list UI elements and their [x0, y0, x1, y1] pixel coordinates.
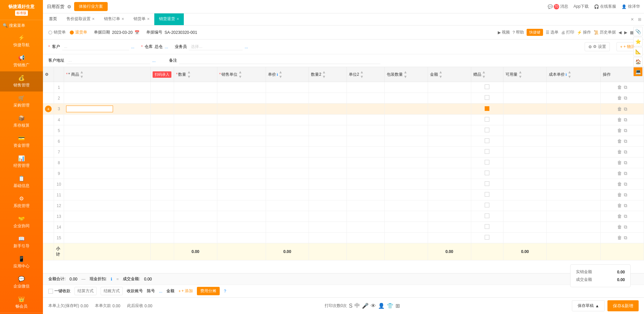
row-cost-price[interactable] [546, 168, 600, 179]
row-amount[interactable] [428, 147, 471, 158]
gift-checkbox[interactable] [485, 213, 489, 218]
copy-row-btn[interactable]: ⧉ [624, 95, 627, 101]
delete-row-btn[interactable]: 🗑 [617, 171, 622, 176]
gift-checkbox[interactable] [485, 149, 489, 154]
row-unit2[interactable] [347, 158, 385, 168]
row-gear[interactable]: + [43, 104, 54, 115]
col-price-info-icon[interactable]: ℹ [277, 73, 278, 76]
delete-row-btn[interactable]: 🗑 [617, 181, 622, 187]
col-cost-info-icon[interactable]: ℹ [566, 73, 567, 76]
table-row[interactable]: 7🗑⧉ [43, 147, 644, 158]
row-gift[interactable] [471, 82, 503, 93]
row-product[interactable] [64, 104, 151, 115]
fee-help-icon[interactable]: ? [224, 289, 226, 294]
row-price[interactable] [266, 158, 309, 168]
row-unit[interactable] [217, 147, 266, 158]
row-qty2[interactable] [309, 104, 347, 115]
row-gift[interactable] [471, 158, 503, 168]
calc-method-btn[interactable]: 结算方式 [74, 287, 97, 295]
row-product[interactable] [64, 125, 151, 136]
row-pkg-qty[interactable] [384, 222, 428, 233]
row-available[interactable] [503, 115, 547, 125]
table-row[interactable]: 8🗑⧉ [43, 158, 644, 168]
delete-row-btn[interactable]: 🗑 [617, 149, 622, 155]
delete-row-btn[interactable]: 🗑 [617, 128, 622, 133]
row-pkg-qty[interactable] [384, 158, 428, 168]
row-available[interactable] [503, 104, 547, 115]
row-cost-price[interactable] [546, 82, 600, 93]
customer-more-btn[interactable]: ... [131, 45, 135, 49]
row-price[interactable] [266, 211, 309, 222]
add-fee-btn[interactable]: + + 添加 [178, 288, 193, 294]
row-price[interactable] [266, 190, 309, 200]
right-panel-btn-3[interactable]: 📐 [633, 47, 643, 56]
sidebar-item-enterprise[interactable]: 🤝 企业协同 [0, 212, 43, 232]
row-unit[interactable] [217, 136, 266, 147]
row-available[interactable] [503, 82, 547, 93]
copy-row-btn[interactable]: ⧉ [624, 106, 627, 112]
table-row[interactable]: 1🗑⧉ [43, 82, 644, 93]
row-amount[interactable] [428, 168, 471, 179]
tool-zh-icon[interactable]: 中 [355, 302, 360, 309]
table-row[interactable]: 2🗑⧉ [43, 93, 644, 104]
gift-checkbox[interactable] [485, 117, 489, 122]
row-quantity[interactable] [174, 158, 217, 168]
discount-info-icon[interactable]: ℹ [111, 277, 112, 281]
gift-checkbox[interactable] [485, 192, 489, 197]
row-cost-price[interactable] [546, 179, 600, 190]
row-gear[interactable] [43, 125, 54, 136]
table-row[interactable]: 12🗑⧉ [43, 200, 644, 211]
row-gear[interactable] [43, 147, 54, 158]
tab-close-all-btn[interactable]: ✕ [629, 16, 635, 22]
customer-input[interactable] [62, 43, 129, 50]
row-unit2[interactable] [347, 136, 385, 147]
delete-row-btn[interactable]: 🗑 [617, 117, 622, 123]
tab-price-setting[interactable]: 售价提取设置 ✕ [62, 13, 99, 25]
table-row[interactable]: +3🗑⧉ [43, 104, 644, 115]
tool-person-icon[interactable]: 👤 [378, 303, 385, 309]
row-price[interactable] [266, 104, 309, 115]
sidebar-item-finance[interactable]: 💳 资金管理 [0, 132, 43, 152]
tab-sales-order-close-icon[interactable]: ✕ [121, 17, 124, 21]
row-available[interactable] [503, 125, 547, 136]
row-gear[interactable] [43, 136, 54, 147]
row-qty2[interactable] [309, 179, 347, 190]
topbar-gear-icon[interactable]: ⚙ [67, 4, 71, 9]
row-product[interactable] [64, 211, 151, 222]
tab-price-close-icon[interactable]: ✕ [92, 17, 95, 21]
row-product[interactable] [64, 158, 151, 168]
split-calc-btn[interactable]: 结账方式 [101, 287, 123, 295]
row-amount[interactable] [428, 179, 471, 190]
row-unit2[interactable] [347, 93, 385, 104]
col-gear-icon[interactable]: ⚙ [45, 72, 49, 77]
row-quantity[interactable] [174, 147, 217, 158]
col-amount-sort[interactable]: ▲▼ [439, 70, 443, 79]
row-gift[interactable] [471, 179, 503, 190]
sidebar-item-quick-nav[interactable]: ⚡ 快捷导航 [0, 31, 43, 51]
gift-checkbox[interactable] [485, 171, 489, 175]
row-cost-price[interactable] [546, 136, 600, 147]
row-price[interactable] [266, 82, 309, 93]
right-panel-btn-2[interactable]: ⭐ [633, 37, 643, 46]
table-row[interactable]: 14🗑⧉ [43, 222, 644, 233]
nav-next-btn[interactable]: ▶ [624, 30, 627, 35]
scan-input-btn[interactable]: 扫码录入 [153, 71, 171, 78]
row-price[interactable] [266, 179, 309, 190]
row-cost-price[interactable] [546, 147, 600, 158]
row-unit[interactable] [217, 104, 266, 115]
remark-input[interactable] [179, 57, 380, 64]
row-qty2[interactable] [309, 93, 347, 104]
row-product[interactable] [64, 82, 151, 93]
row-cost-price[interactable] [546, 104, 600, 115]
delete-row-btn[interactable]: 🗑 [617, 213, 622, 219]
table-row[interactable]: 10🗑⧉ [43, 179, 644, 190]
sidebar-item-weixin[interactable]: 💬 企业微信 [0, 272, 43, 293]
row-gift[interactable] [471, 211, 503, 222]
gift-checkbox[interactable] [485, 95, 489, 100]
tool-shirt-icon[interactable]: 👕 [387, 303, 393, 309]
col-unit-sort[interactable]: ▲▼ [238, 70, 242, 79]
row-available[interactable] [503, 136, 547, 147]
row-amount[interactable] [428, 190, 471, 200]
row-quantity[interactable] [174, 93, 217, 104]
row-unit[interactable] [217, 190, 266, 200]
